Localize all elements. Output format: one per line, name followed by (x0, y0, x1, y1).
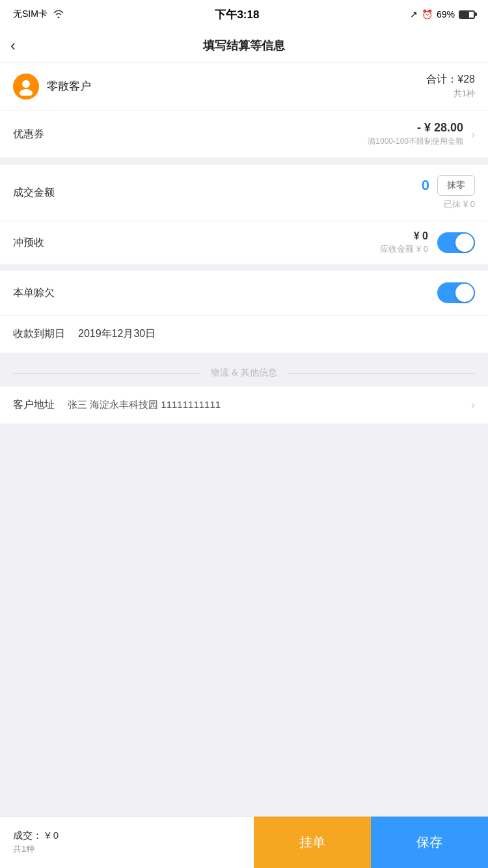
debt-toggle[interactable] (437, 282, 475, 303)
carrier-text: 无SIM卡 (13, 8, 47, 20)
debt-toggle-knob (455, 284, 474, 302)
bottom-info: 成交： ¥ 0 共1种 (0, 830, 254, 855)
customer-section: 零散客户 合计：¥28 共1种 优惠券 - ¥ 28.00 满1000-100不… (0, 62, 488, 157)
wifi-icon (53, 9, 64, 20)
divider-line-right (288, 373, 475, 373)
alarm-icon: ⏰ (422, 9, 433, 20)
total-amount: 合计：¥28 (426, 73, 475, 87)
bottom-count: 共1种 (13, 843, 241, 855)
deal-value[interactable]: 0 (422, 177, 429, 194)
coupon-right: - ¥ 28.00 满1000-100不限制使用金额 › (368, 121, 475, 147)
toggle-knob (455, 234, 474, 252)
address-chevron: › (471, 398, 475, 412)
due-date-row: 收款到期日 2019年12月30日 (0, 315, 488, 353)
page-title: 填写结算等信息 (203, 38, 285, 53)
content: 零散客户 合计：¥28 共1种 优惠券 - ¥ 28.00 满1000-100不… (0, 62, 488, 619)
customer-right: 合计：¥28 共1种 (426, 73, 475, 100)
deal-section: 成交金额 0 抹零 已抹 ¥ 0 冲预收 ¥ 0 应收金额 ¥ 0 (0, 164, 488, 264)
debt-label: 本单赊欠 (13, 286, 55, 300)
status-time: 下午3:18 (215, 7, 259, 22)
prepay-value-block: ¥ 0 应收金额 ¥ 0 (380, 230, 428, 255)
deal-input-area: 0 抹零 (422, 175, 475, 196)
debt-row: 本单赊欠 (0, 271, 488, 315)
coupon-amount: - ¥ 28.00 (368, 121, 463, 135)
due-date-label: 收款到期日 (13, 327, 65, 341)
customer-name: 零散客户 (47, 79, 91, 94)
pending-button[interactable]: 挂单 (254, 817, 371, 869)
deal-sub: 已抹 ¥ 0 (444, 198, 475, 210)
customer-left: 零散客户 (13, 74, 91, 100)
svg-point-0 (22, 80, 30, 88)
prepay-amount: ¥ 0 (380, 230, 428, 242)
customer-row: 零散客户 合计：¥28 共1种 (0, 62, 488, 110)
address-label: 客户地址 (13, 398, 55, 412)
coupon-chevron: › (471, 128, 475, 141)
address-section: 客户地址 张三 海淀永丰科技园 11111111111 › (0, 387, 488, 424)
coupon-sub: 满1000-100不限制使用金额 (368, 136, 463, 147)
status-bar: 无SIM卡 下午3:18 ↗ ⏰ 69% (0, 0, 488, 29)
deal-amount-row: 成交金额 0 抹零 已抹 ¥ 0 (0, 164, 488, 221)
battery-icon (459, 10, 475, 19)
address-row[interactable]: 客户地址 张三 海淀永丰科技园 11111111111 › (0, 387, 488, 424)
debt-section: 本单赊欠 收款到期日 2019年12月30日 (0, 271, 488, 353)
total-count: 共1种 (426, 88, 475, 100)
bottom-deal-label: 成交： ¥ 0 (13, 830, 241, 842)
back-button[interactable]: ‹ (10, 36, 16, 55)
prepay-label: 冲预收 (13, 236, 44, 250)
divider-line-left (13, 373, 200, 373)
location-icon: ↗ (410, 9, 418, 20)
spacer (0, 430, 488, 560)
battery-percentage: 69% (437, 9, 455, 20)
bottom-bar: 成交： ¥ 0 共1种 挂单 保存 (0, 816, 488, 868)
logistics-divider: 物流 & 其他信息 (0, 359, 488, 387)
svg-point-1 (20, 89, 33, 96)
prepay-row: 冲预收 ¥ 0 应收金额 ¥ 0 (0, 221, 488, 264)
customer-avatar (13, 74, 39, 100)
nav-bar: ‹ 填写结算等信息 (0, 29, 488, 62)
prepay-toggle[interactable] (437, 232, 475, 253)
prepay-right: ¥ 0 应收金额 ¥ 0 (380, 230, 475, 255)
address-value: 张三 海淀永丰科技园 11111111111 (68, 399, 466, 411)
coupon-value-block: - ¥ 28.00 满1000-100不限制使用金额 (368, 121, 463, 147)
logistics-label: 物流 & 其他信息 (211, 367, 277, 379)
status-left: 无SIM卡 (13, 8, 64, 20)
coupon-row[interactable]: 优惠券 - ¥ 28.00 满1000-100不限制使用金额 › (0, 110, 488, 157)
round-zero-button[interactable]: 抹零 (437, 175, 475, 196)
due-date-value[interactable]: 2019年12月30日 (78, 327, 156, 341)
prepay-sub: 应收金额 ¥ 0 (380, 243, 428, 255)
coupon-label: 优惠券 (13, 128, 44, 141)
save-button[interactable]: 保存 (371, 817, 488, 869)
status-right: ↗ ⏰ 69% (410, 9, 475, 20)
deal-amount-label: 成交金额 (13, 186, 55, 200)
